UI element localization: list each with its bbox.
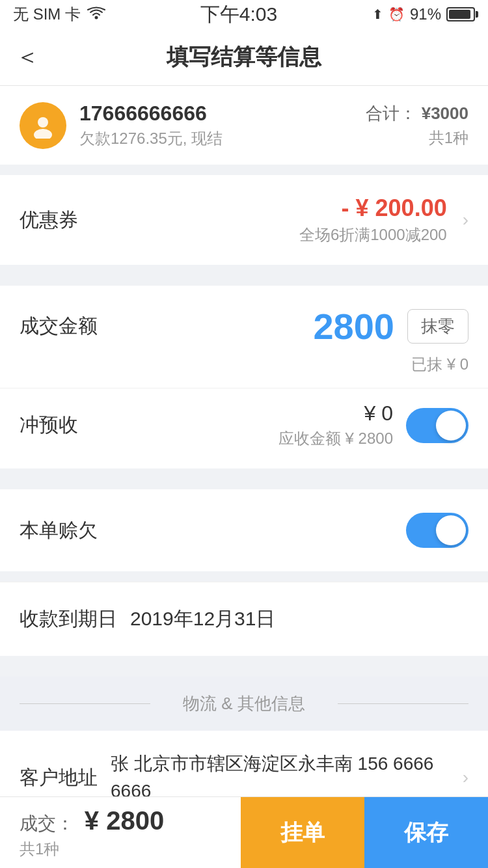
logistics-label: 物流 & 其他信息 bbox=[183, 692, 305, 715]
hang-button[interactable]: 挂单 bbox=[241, 797, 364, 869]
no-sim-label: 无 SIM 卡 bbox=[13, 4, 81, 25]
deal-sub: 已抹 ¥ 0 bbox=[0, 354, 488, 388]
svg-point-2 bbox=[34, 129, 52, 139]
due-value: 2019年12月31日 bbox=[130, 606, 275, 632]
chong-right: ¥ 0 应收金额 ¥ 2800 bbox=[278, 401, 468, 449]
chong-amount: ¥ 0 bbox=[278, 401, 393, 426]
sheqian-row: 本单赊欠 bbox=[0, 489, 488, 571]
divider-line-right bbox=[338, 703, 468, 704]
address-label: 客户地址 bbox=[20, 765, 98, 791]
sheqian-toggle-knob bbox=[436, 515, 466, 545]
back-button[interactable]: ＜ bbox=[16, 41, 39, 73]
total-label-text: 合计： bbox=[366, 103, 416, 123]
user-info: 17666666666 欠款1276.35元, 现结 bbox=[79, 102, 223, 149]
bottom-info: 成交： ¥ 2800 共1种 bbox=[0, 806, 241, 860]
battery-icon bbox=[446, 7, 475, 21]
toggle-knob bbox=[436, 411, 466, 441]
deal-amount: 2800 bbox=[313, 305, 394, 347]
logistics-divider: 物流 & 其他信息 bbox=[0, 677, 488, 731]
alarm-icon: ⏰ bbox=[388, 7, 405, 22]
coupon-amount: - ¥ 200.00 bbox=[299, 195, 447, 222]
coupon-label: 优惠券 bbox=[20, 207, 78, 234]
svg-point-1 bbox=[38, 117, 48, 128]
sheqian-toggle[interactable] bbox=[406, 513, 468, 548]
chong-sub: 应收金额 ¥ 2800 bbox=[278, 428, 393, 449]
user-sub: 欠款1276.35元, 现结 bbox=[79, 128, 223, 149]
status-right: ⬆ ⏰ 91% bbox=[372, 5, 475, 23]
deal-right: 2800 抹零 bbox=[313, 305, 468, 347]
chong-row: 冲预收 ¥ 0 应收金额 ¥ 2800 bbox=[0, 388, 488, 468]
wifi-icon bbox=[87, 5, 105, 23]
bottom-bar: 成交： ¥ 2800 共1种 挂单 保存 bbox=[0, 796, 488, 868]
due-row: 收款到期日 2019年12月31日 bbox=[0, 582, 488, 656]
round-button[interactable]: 抹零 bbox=[407, 309, 468, 344]
user-count: 共1种 bbox=[366, 128, 468, 148]
coupon-row[interactable]: 优惠券 - ¥ 200.00 全场6折满1000减200 › bbox=[0, 175, 488, 265]
battery-percent: 91% bbox=[410, 5, 441, 23]
divider-line-left bbox=[20, 703, 150, 704]
chevron-right-icon: › bbox=[463, 210, 468, 230]
location-icon: ⬆ bbox=[372, 7, 383, 22]
bottom-deal-value: ¥ 2800 bbox=[85, 806, 164, 835]
coupon-desc: 全场6折满1000减200 bbox=[299, 224, 447, 245]
total-amount: ¥3000 bbox=[422, 103, 468, 123]
user-phone: 17666666666 bbox=[79, 102, 223, 126]
status-bar: 无 SIM 卡 下午4:03 ⬆ ⏰ 91% bbox=[0, 0, 488, 29]
user-total: 合计： ¥3000 共1种 bbox=[366, 102, 468, 148]
bottom-count: 共1种 bbox=[20, 839, 221, 860]
status-time: 下午4:03 bbox=[200, 1, 277, 28]
main-content: 17666666666 欠款1276.35元, 现结 合计： ¥3000 共1种… bbox=[0, 86, 488, 868]
status-left: 无 SIM 卡 bbox=[13, 4, 105, 25]
svg-point-0 bbox=[95, 16, 98, 20]
coupon-right: - ¥ 200.00 全场6折满1000减200 › bbox=[299, 195, 468, 245]
save-button[interactable]: 保存 bbox=[364, 797, 488, 869]
sheqian-label: 本单赊欠 bbox=[20, 517, 98, 544]
address-chevron-icon: › bbox=[463, 767, 468, 788]
nav-bar: ＜ 填写结算等信息 bbox=[0, 29, 488, 86]
deal-label: 成交金额 bbox=[20, 313, 98, 340]
chong-label: 冲预收 bbox=[20, 412, 78, 439]
bottom-deal-label: 成交： bbox=[20, 813, 74, 834]
coupon-section: 优惠券 - ¥ 200.00 全场6折满1000减200 › bbox=[0, 175, 488, 265]
avatar bbox=[20, 102, 66, 149]
deal-section: 成交金额 2800 抹零 已抹 ¥ 0 冲预收 ¥ 0 应收金额 ¥ 2800 bbox=[0, 286, 488, 468]
chong-toggle[interactable] bbox=[406, 408, 468, 443]
deal-row: 成交金额 2800 抹零 bbox=[0, 286, 488, 354]
due-label: 收款到期日 bbox=[20, 606, 117, 632]
page-title: 填写结算等信息 bbox=[167, 42, 321, 72]
user-card: 17666666666 欠款1276.35元, 现结 合计： ¥3000 共1种 bbox=[0, 86, 488, 165]
